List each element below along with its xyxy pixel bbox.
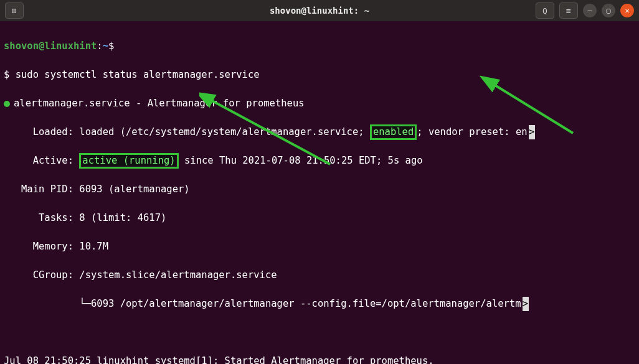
maximize-icon: ▢ — [606, 6, 610, 15]
new-tab-button[interactable]: ⊞ — [5, 2, 24, 19]
cgroup-child-line: └─6093 /opt/alertmanager/alertmanager --… — [4, 297, 635, 311]
service-header: alertmanager.service - Alertmanager for … — [4, 96, 635, 111]
new-tab-icon: ⊞ — [12, 6, 17, 16]
enabled-highlight: enabled — [370, 124, 417, 140]
loaded-line: Loaded: loaded (/etc/systemd/system/aler… — [4, 125, 635, 139]
memory-line: Memory: 10.7M — [4, 240, 635, 254]
terminal-output[interactable]: shovon@linuxhint:~$ $ sudo systemctl sta… — [0, 21, 639, 364]
tasks-line: Tasks: 8 (limit: 4617) — [4, 211, 635, 225]
prompt-path: ~ — [103, 40, 108, 52]
minimize-icon: – — [587, 6, 592, 15]
blank-line — [4, 325, 635, 340]
overflow-indicator-icon: > — [523, 297, 529, 311]
active-highlight: active (running) — [79, 153, 178, 169]
minimize-button[interactable]: – — [583, 4, 597, 17]
maximize-button[interactable]: ▢ — [602, 4, 615, 17]
cgroup-line: CGroup: /system.slice/alertmanager.servi… — [4, 268, 635, 282]
prompt-user: shovon@linuxhint — [4, 40, 97, 52]
overflow-indicator-icon: > — [529, 125, 535, 139]
close-icon: ✕ — [625, 6, 629, 15]
window-titlebar: ⊞ shovon@linuxhint: ~ Q ≡ – ▢ ✕ — [0, 0, 639, 21]
menu-icon: ≡ — [566, 6, 571, 16]
close-button[interactable]: ✕ — [620, 4, 634, 17]
command-line: $ sudo systemctl status alertmanager.ser… — [4, 68, 635, 82]
search-icon: Q — [542, 6, 547, 16]
status-dot-icon — [4, 101, 10, 107]
menu-button[interactable]: ≡ — [559, 2, 578, 19]
prompt-line: shovon@linuxhint:~$ — [4, 39, 635, 54]
log-line: Jul 08 21:50:25 linuxhint systemd[1]: St… — [4, 354, 635, 364]
command-text: sudo systemctl status alertmanager.servi… — [16, 69, 260, 80]
search-button[interactable]: Q — [536, 2, 554, 19]
active-line: Active: active (running) since Thu 2021-… — [4, 154, 635, 168]
mainpid-line: Main PID: 6093 (alertmanager) — [4, 182, 635, 197]
